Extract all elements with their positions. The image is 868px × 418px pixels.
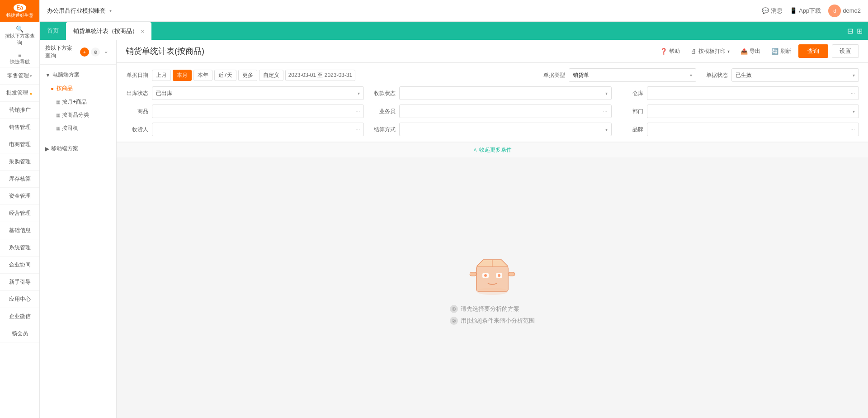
date-btn-7days[interactable]: 近7天 [214, 70, 236, 81]
filter-row-1: 单据日期 上月 本月 本年 近7天 更多 自定义 2023-03-01 至 20… [126, 68, 859, 82]
consignee-select[interactable]: ··· [152, 123, 364, 136]
goods-label: 商品 [126, 108, 148, 115]
filter-sidebar-header: 按以下方案查询 + ⚙ « [40, 40, 116, 65]
desktop-schemes-section: ▼ 电脑端方案 ● 按商品 ▦ 按月+商品 ▦ 按商品分类 ▦ 按司机 [40, 65, 116, 138]
date-btn-this-year[interactable]: 本年 [193, 70, 212, 81]
page-header: 销货单统计表(按商品) ❓ 帮助 🖨 按模板打印 ▾ 📤 [117, 40, 868, 63]
mobile-schemes-section: ▶ 移动端方案 [40, 138, 116, 159]
scheme-sub-icon2: ▦ [56, 113, 60, 118]
sidebar-item-cooperation[interactable]: 企业协同 [0, 256, 39, 274]
scheme-item-by-goods[interactable]: ● 按商品 [40, 81, 116, 95]
date-btn-this-month[interactable]: 本月 [173, 70, 192, 81]
sidebar-item-wholesale[interactable]: 批发管理 ▲ [0, 85, 39, 102]
sidebar-search[interactable]: 🔍 按以下方案查询 [0, 22, 39, 50]
salesman-select[interactable]: ··· [399, 104, 611, 118]
goods-select[interactable]: ··· [152, 104, 364, 118]
sidebar-item-apps[interactable]: 应用中心 [0, 291, 39, 308]
print-button[interactable]: 🖨 按模板打印 ▾ [687, 46, 733, 57]
sidebar-item-inventory[interactable]: 库存核算 [0, 171, 39, 188]
date-btn-last-month[interactable]: 上月 [152, 70, 171, 81]
sidebar-item-purchase[interactable]: 采购管理 [0, 153, 39, 171]
empty-tip-2: ② 用[过滤]条件来缩小分析范围 [450, 317, 534, 325]
scheme-item-by-driver[interactable]: ▦ 按司机 [40, 122, 116, 135]
date-label: 单据日期 [126, 71, 148, 79]
header-left: 办公用品行业模拟账套 ▾ [47, 7, 112, 15]
export-button[interactable]: 📤 导出 [737, 46, 764, 57]
sidebar-item-basic[interactable]: 基础信息 [0, 222, 39, 239]
filter-row-4: 收货人 ··· 结算方式 ▾ 品牌 [126, 123, 859, 136]
collapse-sidebar-button[interactable]: « [102, 48, 111, 57]
tab-minimize-button[interactable]: ⊟ [847, 27, 853, 35]
goods-dots: ··· [355, 108, 360, 114]
tab-expand-button[interactable]: ⊞ [857, 27, 863, 35]
payment-arrow: ▾ [605, 127, 608, 132]
filter-sidebar-actions: + ⚙ « [80, 48, 111, 57]
refresh-icon: 🔄 [771, 48, 778, 55]
doc-status-select[interactable]: 已生效 ▾ [731, 68, 859, 82]
sidebar-item-system[interactable]: 系统管理 [0, 239, 39, 256]
warehouse-select[interactable]: ··· [647, 86, 859, 100]
help-icon: ❓ [660, 48, 667, 55]
logo-icon: Ea [14, 4, 26, 12]
help-button[interactable]: ❓ 帮助 [656, 46, 684, 57]
header-right: 💬 消息 📱 App下载 d demo2 [762, 5, 861, 17]
salesman-label: 业务员 [373, 108, 396, 115]
industry-title: 办公用品行业模拟账套 [47, 7, 106, 15]
desktop-scheme-title[interactable]: ▼ 电脑端方案 [40, 68, 116, 81]
sidebar-item-marketing[interactable]: 营销推广 [0, 102, 39, 119]
sidebar: Ea 畅捷通好生意 🔍 按以下方案查询 ≡ 快捷导航 零售管理 ▾ 批发管理 ▲… [0, 0, 40, 418]
date-btn-more[interactable]: 更多 [238, 70, 257, 81]
sidebar-item-finance[interactable]: 资金管理 [0, 188, 39, 205]
scheme-item-by-month-goods[interactable]: ▦ 按月+商品 [40, 95, 116, 109]
industry-dropdown-arrow[interactable]: ▾ [109, 8, 112, 13]
scheme-item-by-category[interactable]: ▦ 按商品分类 [40, 109, 116, 122]
goods-filter-item: 商品 ··· [126, 104, 364, 118]
sidebar-item-wechat[interactable]: 企业微信 [0, 308, 39, 325]
settings-button[interactable]: 设置 [832, 44, 859, 58]
mobile-scheme-title[interactable]: ▶ 移动端方案 [40, 142, 116, 155]
date-btn-custom[interactable]: 自定义 [259, 70, 283, 81]
sidebar-item-sales[interactable]: 销售管理 [0, 119, 39, 136]
collapse-conditions-button[interactable]: ∧ 收起更多条件 [117, 142, 868, 157]
sidebar-quick-nav[interactable]: ≡ 快捷导航 [0, 50, 39, 67]
doc-type-label: 单据类型 [542, 71, 565, 79]
sidebar-item-retail[interactable]: 零售管理 ▾ [0, 67, 39, 85]
doc-type-filter-item: 单据类型 销货单 ▾ [542, 68, 696, 82]
out-status-select[interactable]: 已出库 ▾ [152, 86, 364, 100]
tab-sales-stats[interactable]: 销货单统计表（按商品） ✕ [66, 22, 151, 40]
scheme-item-icon: ● [51, 86, 54, 92]
user-profile[interactable]: d demo2 [828, 5, 861, 17]
tab-close-icon[interactable]: ✕ [141, 29, 144, 34]
message-action[interactable]: 💬 消息 [762, 7, 783, 15]
message-icon: 💬 [762, 7, 769, 14]
filter-row-3: 商品 ··· 业务员 ··· 部门 [126, 104, 859, 118]
scheme-sub-icon: ▦ [56, 100, 60, 104]
sidebar-item-operations[interactable]: 经营管理 [0, 205, 39, 222]
export-icon: 📤 [741, 48, 748, 55]
sidebar-item-ecommerce[interactable]: 电商管理 [0, 136, 39, 153]
edit-scheme-button[interactable]: ⚙ [91, 48, 100, 57]
scheme-sub-icon3: ▦ [56, 126, 60, 131]
query-button[interactable]: 查询 [798, 44, 828, 58]
add-scheme-button[interactable]: + [80, 48, 89, 57]
refresh-button[interactable]: 🔄 刷新 [768, 46, 795, 57]
scheme-expand-arrow: ▼ [45, 72, 51, 78]
empty-tip-1: ① 请先选择要分析的方案 [450, 305, 534, 313]
payment-label: 结算方式 [373, 126, 396, 133]
app-download-action[interactable]: 📱 App下载 [790, 7, 821, 15]
doc-type-select[interactable]: 销货单 ▾ [569, 68, 696, 82]
date-range-input[interactable]: 2023-03-01 至 2023-03-31 [285, 70, 355, 81]
receipt-status-select[interactable]: ▾ [399, 86, 611, 100]
content-wrapper: 按以下方案查询 + ⚙ « ▼ 电脑端方案 [40, 40, 868, 418]
doc-status-filter-item: 单据状态 已生效 ▾ [705, 68, 859, 82]
sidebar-item-member[interactable]: 畅会员 [0, 325, 39, 342]
payment-select[interactable]: ▾ [399, 123, 611, 136]
tab-home[interactable]: 首页 [40, 22, 66, 40]
svg-point-7 [498, 274, 500, 277]
brand-select[interactable]: ··· [647, 123, 859, 136]
print-icon: 🖨 [691, 48, 697, 55]
tip-num-2: ② [450, 317, 458, 325]
sidebar-item-guide[interactable]: 新手引导 [0, 274, 39, 291]
warehouse-filter-item: 仓库 ··· [621, 86, 859, 100]
dept-select[interactable]: ▾ [647, 104, 859, 118]
